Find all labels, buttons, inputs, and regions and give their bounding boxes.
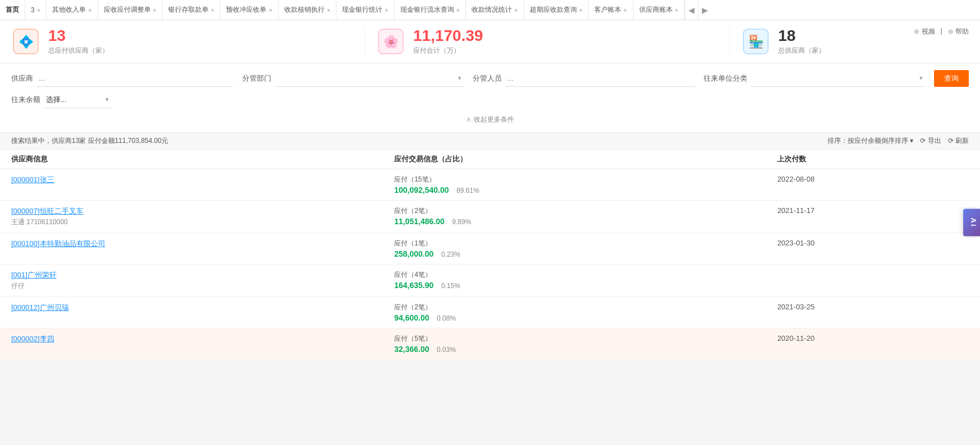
table-row: [000001]张三 应付（15笔） 100,092,540.00 89.61%… <box>0 169 980 201</box>
nav-tab-prepay[interactable]: 预收冲应收单 × <box>220 0 278 20</box>
transaction-count: 应付（5笔） <box>394 334 777 344</box>
nav-tab-verify[interactable]: 收款核销执行 × <box>279 0 336 20</box>
close-icon[interactable]: × <box>385 7 388 13</box>
table-row: [000100]本特勤油品有限公司 应付（1笔） 258,000.00 0.23… <box>0 233 980 265</box>
nav-tab-3[interactable]: 3 × <box>25 0 47 20</box>
close-icon[interactable]: × <box>269 7 272 13</box>
nav-tab-overdue[interactable]: 超期应收款查询 × <box>524 0 589 20</box>
table-row: [000002]李四 应付（5笔） 32,366.00 0.03% 2020-1… <box>0 328 980 359</box>
chevron-down-icon: ▾ <box>105 96 109 103</box>
table-header: 供应商信息 应付交易信息（占比） 上次付数 <box>0 150 980 169</box>
other-income-label: 其他收入单 <box>52 5 86 15</box>
verify-label: 收款核销执行 <box>284 5 325 15</box>
video-icon: ⊙ <box>914 27 921 35</box>
result-actions: 排序：按应付余额倒序排序 ▾ ⟳ 导出 ⟳ 刷新 <box>828 136 969 146</box>
supplier-table: 供应商信息 应付交易信息（占比） 上次付数 [000001]张三 应付（15笔）… <box>0 150 980 359</box>
nav-next-button[interactable]: ▶ <box>698 0 711 20</box>
supplier-input[interactable] <box>36 70 233 87</box>
nav-tab-supplier[interactable]: 供应商账本 × <box>634 0 685 20</box>
transaction-count: 应付（4笔） <box>394 270 777 280</box>
refresh-button[interactable]: ⟳ 刷新 <box>948 136 969 146</box>
transaction-amount: 100,092,540.00 <box>394 186 449 194</box>
close-icon[interactable]: × <box>514 7 517 13</box>
transaction-amount: 11,051,486.00 <box>394 217 445 226</box>
nav-prev-button[interactable]: ◀ <box>685 0 698 20</box>
video-link[interactable]: ⊙ 视频 <box>914 27 935 36</box>
nav-tab-other-income[interactable]: 其他收入单 × <box>47 0 98 20</box>
transaction-amount: 164,635.90 <box>394 281 433 290</box>
top-nav: 首页 3 × 其他收入单 × 应收应付调整单 × 银行存取款单 × 预收冲应收单… <box>0 0 980 20</box>
close-icon[interactable]: × <box>675 7 678 13</box>
transaction-percent: 0.08% <box>437 314 456 322</box>
export-icon: ⟳ <box>920 137 927 145</box>
supplier-link[interactable]: [000012]广州贝瑞 <box>11 303 69 312</box>
collapse-button[interactable]: ∧ 收起更多条件 <box>466 115 514 124</box>
close-icon[interactable]: × <box>211 7 214 13</box>
result-bar: 搜索结果中，供应商13家 应付金额111,703,854.00元 排序：按应付余… <box>0 133 980 150</box>
supplier-link[interactable]: [000002]李四 <box>11 335 54 343</box>
supplier-info-cell: [000007]恒旺二手叉车 王通 17106110000 <box>11 206 394 227</box>
payable-total-number: 11,170.39 <box>413 27 483 45</box>
action-divider: | <box>941 27 942 36</box>
nav-tab-bank[interactable]: 银行存取款单 × <box>163 0 220 20</box>
total-suppliers-info: 18 总供应商（家） <box>778 27 825 55</box>
receipt-stats-label: 收款情况统计 <box>471 5 512 15</box>
adjustment-label: 应收应付调整单 <box>104 5 151 15</box>
cash-stats-label: 现金银行统计 <box>342 5 382 15</box>
category-filter-label: 往来单位分类 <box>704 73 747 84</box>
supplier-info-cell: [000012]广州贝瑞 <box>11 303 394 313</box>
transaction-amount: 258,000.00 <box>394 249 433 258</box>
home-label: 首页 <box>6 5 19 15</box>
supplier-filter: 供应商 <box>11 70 233 87</box>
supplier-contact: 王通 17106110000 <box>11 217 394 227</box>
close-icon[interactable]: × <box>88 7 91 13</box>
dept-select[interactable]: ▾ <box>275 70 464 87</box>
transaction-info-cell: 应付（5笔） 32,366.00 0.03% <box>394 334 777 354</box>
close-icon[interactable]: × <box>153 7 156 13</box>
balance-select[interactable]: 选择... ▾ <box>44 91 111 108</box>
customer-label: 客户账本 <box>594 5 621 15</box>
supplier-info-cell: [000002]李四 <box>11 334 394 344</box>
person-input[interactable] <box>505 70 695 87</box>
category-select[interactable]: ▾ <box>751 70 926 87</box>
last-payment-date: 2020-11-20 <box>777 334 815 342</box>
close-icon[interactable]: × <box>37 7 40 13</box>
balance-filter-label: 往来余额 <box>11 95 40 105</box>
nav-tab-cash-flow[interactable]: 现金银行流水查询 × <box>395 0 466 20</box>
help-icon: ⊙ <box>948 27 955 35</box>
close-icon[interactable]: × <box>623 7 627 13</box>
last-payment-cell: 2021-03-25 <box>777 303 969 311</box>
supplier-link[interactable]: [000007]恒旺二手叉车 <box>11 207 84 215</box>
supplier-contact: 仔仔 <box>11 281 394 291</box>
close-icon[interactable]: × <box>579 7 583 13</box>
export-button[interactable]: ⟳ 导出 <box>920 136 941 146</box>
collapse-bar: ∧ 收起更多条件 <box>11 113 969 128</box>
transaction-count: 应付（2笔） <box>394 206 777 216</box>
payable-suppliers-icon: 💠 <box>11 27 40 56</box>
supplier-link[interactable]: [000001]张三 <box>11 175 54 184</box>
chevron-down-icon: ▾ <box>919 75 923 82</box>
nav-tab-home[interactable]: 首页 <box>0 0 25 20</box>
payable-total-icon: 🌸 <box>376 27 405 56</box>
col-last-payment: 上次付数 <box>777 154 969 164</box>
transaction-amount: 32,366.00 <box>394 345 429 354</box>
supplier-link[interactable]: [001]广州荣轩 <box>11 271 57 279</box>
ai-assistant-button[interactable]: Ai <box>963 209 980 237</box>
close-icon[interactable]: × <box>327 7 330 13</box>
payable-suppliers-label: 总应付供应商（家） <box>48 46 109 55</box>
transaction-count: 应付（15笔） <box>394 175 777 184</box>
last-payment-cell: 2020-11-20 <box>777 334 969 342</box>
last-payment-date: 2023-01-30 <box>777 239 815 247</box>
nav-tab-cash-stats[interactable]: 现金银行统计 × <box>336 0 394 20</box>
nav-tab-customer[interactable]: 客户账本 × <box>589 0 633 20</box>
transaction-info-cell: 应付（2笔） 94,600.00 0.08% <box>394 303 777 322</box>
nav-tab-adjustment[interactable]: 应收应付调整单 × <box>98 0 163 20</box>
supplier-link[interactable]: [000100]本特勤油品有限公司 <box>11 239 105 248</box>
cash-flow-label: 现金银行流水查询 <box>400 5 454 15</box>
nav-tab-receipt-stats[interactable]: 收款情况统计 × <box>466 0 524 20</box>
help-link[interactable]: ⊙ 帮助 <box>948 27 969 36</box>
sort-label[interactable]: 排序：按应付余额倒序排序 ▾ <box>828 136 913 146</box>
stat-card-payable-suppliers: 💠 13 总应付供应商（家） <box>11 27 365 56</box>
close-icon[interactable]: × <box>456 7 460 13</box>
query-button[interactable]: 查询 <box>934 70 969 87</box>
